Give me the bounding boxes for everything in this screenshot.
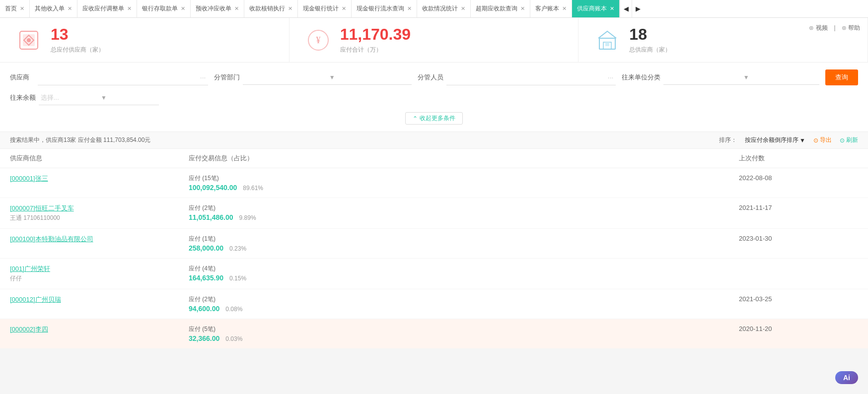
transaction-info-5: 应付 (2笔) 94,600.00 0.08% bbox=[189, 295, 739, 313]
ellipsis-icon-2[interactable]: ··· bbox=[606, 73, 616, 81]
supplier-input[interactable] bbox=[38, 70, 198, 85]
nav-tab-supplier[interactable]: 供应商账本 ✕ bbox=[572, 0, 620, 18]
supplier-link-4[interactable]: [001]广州荣轩 bbox=[10, 264, 189, 273]
chevron-down-icon: ▼ bbox=[327, 74, 412, 81]
transaction-amount-3[interactable]: 258,000.00 bbox=[189, 244, 223, 252]
export-button[interactable]: ⊙ 导出 bbox=[813, 136, 832, 144]
nav-tab-collstat[interactable]: 收款情况统计 ✕ bbox=[417, 0, 471, 18]
svg-rect-8 bbox=[605, 42, 609, 46]
refresh-button[interactable]: ⊙ 刷新 bbox=[840, 136, 858, 144]
nav-tab-income[interactable]: 其他收入单 ✕ bbox=[30, 0, 77, 18]
nav-tab-bank[interactable]: 银行存取款单 ✕ bbox=[137, 0, 191, 18]
transaction-row-5: 94,600.00 0.08% bbox=[189, 304, 739, 313]
help-link[interactable]: ⊙ 帮助 bbox=[842, 24, 860, 32]
supplier-input-container: ··· bbox=[38, 70, 208, 85]
supplier-info-5: [000012]广州贝瑞 bbox=[10, 295, 189, 304]
nav-tab-label: 超期应收款查询 bbox=[476, 4, 517, 13]
close-icon[interactable]: ✕ bbox=[127, 5, 132, 12]
table-header: 供应商信息 应付交易信息（占比） 上次付数 bbox=[0, 149, 868, 168]
ellipsis-icon[interactable]: ··· bbox=[198, 73, 208, 81]
nav-tab-collection[interactable]: 收款核销执行 ✕ bbox=[244, 0, 298, 18]
nav-next-arrow[interactable]: ▶ bbox=[632, 0, 644, 18]
close-icon[interactable]: ✕ bbox=[181, 5, 185, 12]
collapse-button[interactable]: ⌃ 收起更多条件 bbox=[405, 112, 463, 125]
nav-tab-advance[interactable]: 预收冲应收单 ✕ bbox=[191, 0, 244, 18]
close-icon[interactable]: ✕ bbox=[407, 5, 412, 12]
payable-count-6: 应付 (5笔) bbox=[189, 325, 739, 333]
transaction-percent-3: 0.23% bbox=[229, 245, 246, 252]
transaction-amount-6[interactable]: 32,366.00 bbox=[189, 334, 219, 342]
table-row: [000001]张三 应付 (15笔) 100,092,540.00 89.61… bbox=[0, 168, 868, 198]
payable-count-5: 应付 (2笔) bbox=[189, 295, 739, 304]
transaction-info-4: 应付 (4笔) 164,635.90 0.15% bbox=[189, 264, 739, 282]
nav-tab-label: 预收冲应收单 bbox=[196, 4, 231, 13]
transaction-info-2: 应付 (2笔) 11,051,486.00 9.89% bbox=[189, 204, 739, 221]
balance-dropdown[interactable]: 选择... ▼ bbox=[39, 90, 159, 105]
department-dropdown[interactable]: ▼ bbox=[243, 70, 412, 85]
person-input-container: ··· bbox=[446, 70, 616, 85]
filter-department: 分管部门 ▼ bbox=[214, 70, 412, 85]
close-icon[interactable]: ✕ bbox=[610, 5, 614, 12]
nav-tab-adjust[interactable]: 应收应付调整单 ✕ bbox=[77, 0, 137, 18]
supplier-link-1[interactable]: [000001]张三 bbox=[10, 174, 189, 183]
transaction-percent-6: 0.03% bbox=[225, 335, 242, 342]
close-icon[interactable]: ✕ bbox=[461, 5, 465, 12]
payable-count-4: 应付 (4笔) bbox=[189, 264, 739, 273]
stats-bar: 13 总应付供应商（家） ¥ 11,170.39 应付合计（万） bbox=[0, 18, 868, 63]
person-input[interactable] bbox=[446, 70, 606, 85]
filter-category: 往来单位分类 ▼ bbox=[622, 70, 820, 85]
table-row: [000002]李四 应付 (5笔) 32,366.00 0.03% 2020-… bbox=[0, 319, 868, 349]
close-icon[interactable]: ✕ bbox=[562, 5, 567, 12]
category-dropdown[interactable]: ▼ bbox=[663, 70, 820, 85]
header-supplier: 供应商信息 bbox=[10, 154, 189, 163]
department-filter-label: 分管部门 bbox=[214, 73, 240, 82]
transaction-row-2: 11,051,486.00 9.89% bbox=[189, 212, 739, 221]
nav-tab-home[interactable]: 首页 ✕ bbox=[0, 0, 30, 18]
transaction-amount-2[interactable]: 11,051,486.00 bbox=[189, 213, 233, 221]
nav-tab-label: 收款情况统计 bbox=[422, 4, 458, 13]
sort-select[interactable]: 按应付余额倒序排序 ▼ bbox=[745, 136, 805, 144]
close-icon[interactable]: ✕ bbox=[68, 5, 72, 12]
close-icon[interactable]: ✕ bbox=[288, 5, 292, 12]
close-icon[interactable]: ✕ bbox=[342, 5, 346, 12]
nav-tab-customer[interactable]: 客户账本 ✕ bbox=[530, 0, 572, 18]
video-link[interactable]: ⊙ 视频 bbox=[809, 24, 827, 32]
stat-card-payable-total: ¥ 11,170.39 应付合计（万） bbox=[289, 18, 579, 62]
supplier-info-2: [000007]恒旺二手叉车 王通 17106110000 bbox=[10, 204, 189, 222]
supplier-link-5[interactable]: [000012]广州贝瑞 bbox=[10, 295, 189, 304]
payable-supplier-count: 13 bbox=[51, 26, 104, 43]
stat-info-2: 11,170.39 应付合计（万） bbox=[340, 26, 411, 54]
supplier-link-3[interactable]: [000100]本特勤油品有限公司 bbox=[10, 235, 189, 244]
payable-supplier-label: 总应付供应商（家） bbox=[51, 46, 104, 54]
transaction-amount-4[interactable]: 164,635.90 bbox=[189, 274, 223, 282]
table-row: [000007]恒旺二手叉车 王通 17106110000 应付 (2笔) 11… bbox=[0, 198, 868, 229]
nav-tab-label: 客户账本 bbox=[535, 4, 559, 13]
export-icon: ⊙ bbox=[813, 137, 818, 144]
transaction-info-3: 应付 (1笔) 258,000.00 0.23% bbox=[189, 235, 739, 252]
nav-prev-arrow[interactable]: ◀ bbox=[620, 0, 632, 18]
supplier-link-6[interactable]: [000002]李四 bbox=[10, 325, 189, 334]
search-button[interactable]: 查询 bbox=[825, 69, 858, 85]
collapse-label: 收起更多条件 bbox=[420, 114, 455, 123]
table-row: [001]广州荣轩 仔仔 应付 (4笔) 164,635.90 0.15% bbox=[0, 259, 868, 289]
chevron-down-icon-2: ▼ bbox=[741, 74, 819, 81]
sort-label: 排序： bbox=[719, 136, 737, 144]
close-icon[interactable]: ✕ bbox=[520, 5, 525, 12]
supplier-info-3: [000100]本特勤油品有限公司 bbox=[10, 235, 189, 244]
supplier-link-2[interactable]: [000007]恒旺二手叉车 bbox=[10, 204, 189, 213]
last-pay-3: 2023-01-30 bbox=[739, 235, 858, 242]
nav-tab-label: 其他收入单 bbox=[35, 4, 65, 13]
transaction-amount-5[interactable]: 94,600.00 bbox=[189, 305, 219, 313]
nav-tab-label: 现金银行统计 bbox=[303, 4, 339, 13]
nav-tab-overdue[interactable]: 超期应收款查询 ✕ bbox=[471, 0, 530, 18]
close-icon[interactable]: ✕ bbox=[234, 5, 239, 12]
nav-tab-cashstat[interactable]: 现金银行统计 ✕ bbox=[298, 0, 352, 18]
close-icon[interactable]: ✕ bbox=[20, 5, 24, 12]
balance-dropdown-value: 选择... bbox=[39, 93, 99, 102]
supplier-info-1: [000001]张三 bbox=[10, 174, 189, 183]
last-pay-date-2: 2021-11-17 bbox=[739, 204, 772, 211]
transaction-row-4: 164,635.90 0.15% bbox=[189, 273, 739, 282]
nav-tab-cashflow[interactable]: 现金银行流水查询 ✕ bbox=[352, 0, 417, 18]
transaction-amount-1[interactable]: 100,092,540.00 bbox=[189, 184, 237, 192]
last-pay-1: 2022-08-08 bbox=[739, 174, 858, 182]
